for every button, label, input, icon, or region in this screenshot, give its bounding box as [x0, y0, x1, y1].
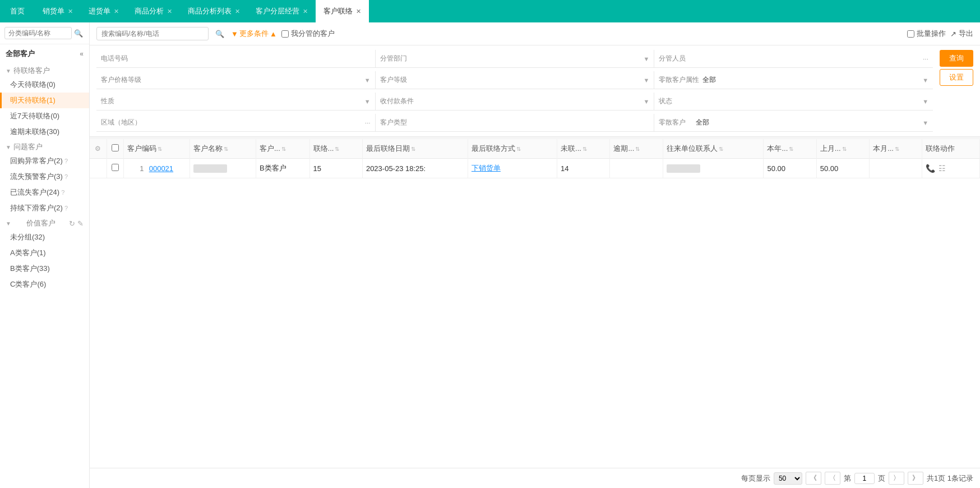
nav-item-product-analysis-list[interactable]: 商品分析列表 ✕: [180, 0, 248, 22]
nav-product-list-close[interactable]: ✕: [235, 8, 240, 15]
nav-sales-close[interactable]: ✕: [68, 8, 73, 15]
sidebar-item-churn-warning[interactable]: 流失预警客户(3) ?: [0, 169, 89, 185]
nav-product-list-label: 商品分析列表: [188, 6, 232, 16]
sidebar-item-today-pending[interactable]: 今天待联络(0): [0, 77, 89, 93]
sidebar-item-tomorrow-pending[interactable]: 明天待联络(1): [0, 93, 89, 108]
my-customers-checkbox[interactable]: [281, 30, 289, 38]
search-button[interactable]: 🔍: [213, 30, 226, 38]
nav-customer-tier-close[interactable]: ✕: [303, 8, 308, 15]
row-checkbox[interactable]: [112, 164, 119, 171]
page-number-input[interactable]: [854, 473, 875, 484]
sidebar-item-declining[interactable]: 持续下滑客户(2) ?: [0, 200, 89, 216]
sort-this-year-icon[interactable]: ⇅: [789, 146, 793, 152]
dept-dropdown-icon[interactable]: ▼: [643, 56, 649, 62]
row-this-year: 50.00: [767, 164, 785, 173]
nav-item-product-analysis[interactable]: 商品分析 ✕: [127, 0, 180, 22]
table-body: 1 000021 B类客户 15: [90, 159, 980, 178]
sort-type-icon[interactable]: ⇅: [281, 146, 286, 152]
sidebar-value-section: 价值客户 ↻ ✎: [0, 216, 89, 229]
table-row: 1 000021 B类客户 15: [90, 159, 980, 178]
sort-person-icon[interactable]: ⇅: [719, 146, 723, 152]
bulk-ops-btn[interactable]: 批量操作: [907, 29, 946, 39]
select-all-checkbox[interactable]: [112, 144, 119, 151]
query-button[interactable]: 查询: [940, 50, 973, 67]
row-actions-cell: 📞 ☷: [922, 159, 980, 178]
retail-customer-value[interactable]: 全部: [696, 118, 919, 127]
sidebar-item-churned[interactable]: 已流失客户(24) ?: [0, 185, 89, 200]
last-page-btn[interactable]: 》: [908, 472, 923, 485]
help-icon-declining[interactable]: ?: [64, 205, 68, 211]
next-page-btn[interactable]: 〉: [889, 472, 904, 485]
th-gear[interactable]: ⚙: [90, 139, 107, 159]
row-code[interactable]: 000021: [149, 164, 173, 173]
filter-icon: ▼: [231, 30, 238, 38]
table-container: ⚙ 客户编码⇅ 客户名称⇅ 客户...⇅ 联络...⇅ 最后联络日期⇅ 最后联络…: [90, 139, 980, 468]
person-dots[interactable]: ···: [923, 55, 928, 63]
table-header-row: ⚙ 客户编码⇅ 客户名称⇅ 客户...⇅ 联络...⇅ 最后联络日期⇅ 最后联络…: [90, 139, 980, 159]
customer-grade-dropdown-icon[interactable]: ▼: [643, 77, 649, 84]
more-conditions-btn[interactable]: ▼ 更多条件 ▲: [231, 29, 277, 39]
nav-item-sales[interactable]: 销货单 ✕: [35, 0, 81, 22]
sidebar-search-input[interactable]: [4, 27, 72, 39]
sidebar-item-7day-pending[interactable]: 近7天待联络(0): [0, 108, 89, 124]
collapse-icon: «: [80, 50, 84, 58]
search-input[interactable]: [96, 27, 209, 40]
nature-dropdown-icon[interactable]: ▼: [364, 98, 371, 105]
sort-this-month-icon[interactable]: ⇅: [895, 146, 899, 152]
row-last-method[interactable]: 下销货单: [471, 164, 501, 172]
row-unlinkd-cell: 14: [557, 159, 610, 178]
sidebar-item-b-class[interactable]: B类客户(33): [0, 261, 89, 277]
my-customers-checkbox-label[interactable]: 我分管的客户: [281, 29, 335, 39]
sort-name-icon[interactable]: ⇅: [224, 146, 228, 152]
nav-item-customer-contact[interactable]: 客户联络 ✕: [316, 0, 369, 22]
sort-overdue-icon[interactable]: ⇅: [635, 146, 640, 152]
sort-code-icon[interactable]: ⇅: [158, 146, 162, 152]
sort-date-icon[interactable]: ⇅: [411, 146, 415, 152]
nav-customer-contact-close[interactable]: ✕: [356, 8, 361, 15]
sidebar-item-ungrouped[interactable]: 未分组(32): [0, 229, 89, 245]
sidebar-all-customers[interactable]: 全部客户 «: [0, 44, 89, 63]
grid-action-icon[interactable]: ☷: [939, 164, 946, 173]
sidebar-item-repurchase-abnormal[interactable]: 回购异常客户(2) ?: [0, 153, 89, 169]
sidebar-pending-section: 待联络客户: [0, 63, 89, 77]
nav-product-analysis-close[interactable]: ✕: [167, 8, 172, 15]
sort-method-icon[interactable]: ⇅: [516, 146, 521, 152]
row-last-date-cell: 2023-05-23 18:25:: [362, 159, 468, 178]
settings-button[interactable]: 设置: [940, 69, 973, 86]
per-page-select[interactable]: 50 100 200: [774, 472, 802, 485]
value-edit-icon[interactable]: ✎: [77, 219, 84, 228]
nav-customer-contact-label: 客户联络: [323, 6, 353, 16]
sort-last-month-icon[interactable]: ⇅: [842, 146, 847, 152]
nav-item-customer-tier[interactable]: 客户分层经营 ✕: [248, 0, 316, 22]
sidebar-item-a-class[interactable]: A类客户(1): [0, 245, 89, 261]
th-last-month: 上月...⇅: [816, 139, 869, 159]
sidebar-item-c-class[interactable]: C类客户(6): [0, 277, 89, 292]
th-last-contact-date: 最后联络日期⇅: [362, 139, 468, 159]
sort-contact-icon[interactable]: ⇅: [335, 146, 339, 152]
help-icon-churned[interactable]: ?: [61, 189, 64, 196]
nav-item-purchase[interactable]: 进货单 ✕: [81, 0, 127, 22]
region-dots[interactable]: ···: [365, 119, 371, 127]
retail-attr-dropdown-icon[interactable]: ▼: [922, 77, 928, 84]
nav-purchase-close[interactable]: ✕: [114, 8, 119, 15]
status-dropdown-icon[interactable]: ▼: [922, 98, 928, 105]
price-grade-label: 客户价格等级: [101, 75, 141, 85]
retail-attr-label: 零散客户属性: [659, 75, 699, 85]
prev-page-btn[interactable]: 〈: [825, 472, 840, 485]
sort-unlinkd-icon[interactable]: ⇅: [583, 146, 587, 152]
phone-action-icon[interactable]: 📞: [926, 164, 935, 173]
first-page-btn[interactable]: 《: [806, 472, 821, 485]
th-code: 客户编码⇅: [123, 139, 189, 159]
nav-item-home[interactable]: 首页: [0, 0, 35, 22]
sidebar-item-overdue-pending[interactable]: 逾期未联络(30): [0, 124, 89, 140]
retail-attr-value[interactable]: 全部: [702, 75, 919, 85]
price-grade-dropdown-icon[interactable]: ▼: [364, 77, 371, 84]
bulk-ops-checkbox[interactable]: [907, 30, 914, 38]
value-refresh-icon[interactable]: ↻: [69, 219, 75, 228]
retail-customer-dropdown-icon[interactable]: ▼: [922, 119, 928, 126]
help-icon-repurchase[interactable]: ?: [64, 158, 68, 164]
payment-dropdown-icon[interactable]: ▼: [643, 98, 649, 105]
help-icon-churn-warning[interactable]: ?: [64, 173, 68, 180]
sidebar-search-icon[interactable]: 🔍: [74, 29, 83, 38]
export-btn[interactable]: ↗ 导出: [950, 29, 973, 39]
